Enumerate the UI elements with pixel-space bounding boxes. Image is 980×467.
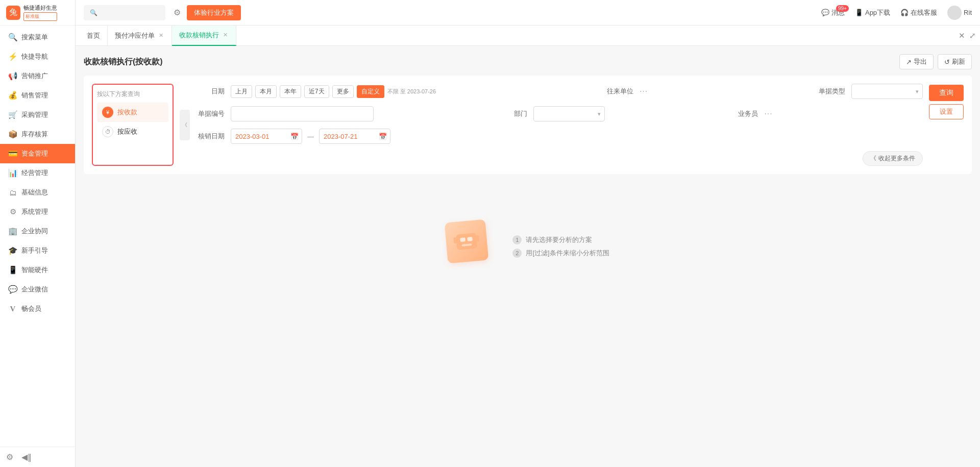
filter-option-by-receivable[interactable]: ⏱ 按应收 bbox=[97, 122, 168, 141]
refresh-icon: ↺ bbox=[944, 58, 950, 66]
sidebar-item-basic-label: 基础信息 bbox=[21, 188, 48, 197]
sidebar-logo: 兔 畅捷通好生意 标准版 bbox=[0, 0, 75, 26]
doc-type-select[interactable] bbox=[851, 84, 923, 99]
tab-close-all-icon[interactable]: ✕ bbox=[959, 31, 965, 40]
page-title-actions: ↗ 导出 ↺ 刷新 bbox=[899, 54, 972, 69]
tab-prepay-close-icon[interactable]: ✕ bbox=[158, 31, 164, 40]
finance-nav-icon: 💳 bbox=[8, 149, 17, 158]
search-nav-icon: 🔍 bbox=[8, 33, 17, 42]
export-label: 导出 bbox=[914, 57, 927, 66]
refresh-button[interactable]: ↺ 刷新 bbox=[938, 54, 972, 69]
svg-rect-0 bbox=[456, 233, 477, 250]
message-icon: 💬 bbox=[821, 9, 829, 16]
last-month-btn[interactable]: 上月 bbox=[231, 85, 252, 98]
sidebar-item-basic[interactable]: 🗂 基础信息 bbox=[0, 183, 75, 202]
app-download-button[interactable]: 📱 App下载 bbox=[855, 8, 890, 17]
settings-bottom-icon[interactable]: ⚙ bbox=[6, 452, 13, 462]
tab-prepay-label: 预付冲应付单 bbox=[115, 31, 155, 40]
filter-row-2: 单据编号 部门 业务员 ··· bbox=[196, 106, 923, 121]
sidebar-item-newbie[interactable]: 🎓 新手引导 bbox=[0, 241, 75, 260]
dept-label: 部门 bbox=[499, 109, 527, 118]
date-range-dash: — bbox=[307, 133, 314, 140]
online-service-button[interactable]: 🎧 在线客服 bbox=[900, 8, 937, 17]
topbar-gear-icon[interactable]: ⚙ bbox=[174, 8, 181, 17]
sales-nav-icon: 💰 bbox=[8, 91, 17, 100]
this-month-btn[interactable]: 本月 bbox=[255, 85, 277, 98]
collapse-sidebar-icon[interactable]: ◀‖ bbox=[21, 452, 32, 462]
sidebar-item-enterprise[interactable]: 🏢 企业协同 bbox=[0, 222, 75, 241]
dept-select[interactable] bbox=[533, 106, 605, 121]
tab-home[interactable]: 首页 bbox=[80, 26, 108, 46]
tab-prepay[interactable]: 预付冲应付单 ✕ bbox=[108, 26, 172, 46]
online-service-label: 在线客服 bbox=[911, 8, 937, 17]
sidebar-item-hardware[interactable]: 📱 智能硬件 bbox=[0, 260, 75, 280]
sidebar-item-sales[interactable]: 💰 销售管理 bbox=[0, 86, 75, 105]
empty-state: 1 请先选择要分析的方案 2 用[过滤]条件来缩小分析范围 bbox=[84, 180, 972, 313]
empty-robot-icon bbox=[445, 219, 489, 264]
tip-num-1: 1 bbox=[512, 235, 522, 244]
topbar: 🔍 ⚙ 体验行业方案 💬 消息 99+ 📱 App下载 🎧 在线客服 Rit bbox=[76, 0, 980, 26]
collapse-more-conditions-button[interactable]: 《 收起更多条件 bbox=[863, 151, 923, 166]
sidebar-item-system[interactable]: ⚙ 系统管理 bbox=[0, 202, 75, 222]
sidebar-item-search[interactable]: 🔍 搜索菜单 bbox=[0, 28, 75, 47]
sidebar-item-member-label: 畅会员 bbox=[21, 304, 41, 313]
headset-icon: 🎧 bbox=[900, 9, 909, 16]
sidebar-item-wechat[interactable]: 💬 企业微信 bbox=[0, 280, 75, 299]
collapse-filter-sidebar-button[interactable]: 《 bbox=[180, 110, 190, 140]
verify-date-end-cal-icon[interactable]: 📅 bbox=[376, 133, 390, 140]
verify-date-start-cal-icon[interactable]: 📅 bbox=[287, 133, 302, 140]
sidebar-item-member[interactable]: V 畅会员 bbox=[0, 299, 75, 318]
doc-no-input[interactable] bbox=[231, 106, 374, 121]
sidebar-item-quick-label: 快捷导航 bbox=[21, 52, 48, 61]
custom-date-btn[interactable]: 自定义 bbox=[357, 85, 384, 98]
page-content: 收款核销执行(按收款) ↗ 导出 ↺ 刷新 按以下方案查询 ¥ 按收款 bbox=[76, 46, 980, 467]
sidebar-item-inventory[interactable]: 📦 库存核算 bbox=[0, 125, 75, 144]
export-icon: ↗ bbox=[906, 58, 912, 66]
user-menu[interactable]: Rit bbox=[947, 6, 972, 20]
partner-ellipsis[interactable]: ··· bbox=[640, 87, 648, 96]
sidebar-item-finance[interactable]: 💳 资金管理 bbox=[0, 144, 75, 163]
staff-ellipsis[interactable]: ··· bbox=[764, 109, 772, 118]
more-date-btn[interactable]: 更多 bbox=[332, 85, 354, 98]
empty-tip-2-text: 用[过滤]条件来缩小分析范围 bbox=[526, 249, 609, 258]
sidebar-item-purchase[interactable]: 🛒 采购管理 bbox=[0, 105, 75, 125]
hardware-nav-icon: 📱 bbox=[8, 265, 17, 275]
empty-tips: 1 请先选择要分析的方案 2 用[过滤]条件来缩小分析范围 bbox=[512, 235, 609, 258]
date-unlimit-text: 不限 至 2023-07-26 bbox=[387, 88, 436, 95]
verify-date-label: 核销日期 bbox=[196, 132, 225, 141]
filter-panel: 按以下方案查询 ¥ 按收款 ⏱ 按应收 《 bbox=[84, 76, 972, 174]
tab-receivable-close-icon[interactable]: ✕ bbox=[222, 31, 229, 39]
last-7days-btn[interactable]: 近7天 bbox=[304, 85, 329, 98]
user-name: Rit bbox=[964, 9, 972, 16]
topbar-search-box[interactable]: 🔍 bbox=[84, 5, 165, 20]
solution-button[interactable]: 体验行业方案 bbox=[187, 5, 241, 20]
message-button[interactable]: 💬 消息 99+ bbox=[821, 8, 845, 17]
verify-date-start-input[interactable] bbox=[231, 131, 287, 142]
date-quick-buttons: 上月 本月 本年 近7天 更多 自定义 不限 至 2023-07-26 bbox=[231, 85, 436, 98]
sidebar-item-operation-label: 经营管理 bbox=[21, 168, 48, 178]
tab-receivable[interactable]: 收款核销执行 ✕ bbox=[172, 26, 236, 46]
query-button[interactable]: 查询 bbox=[929, 85, 964, 101]
operation-nav-icon: 📊 bbox=[8, 168, 17, 178]
sidebar-item-newbie-label: 新手引导 bbox=[21, 246, 48, 255]
tab-expand-icon[interactable]: ⤢ bbox=[969, 31, 976, 40]
member-nav-icon: V bbox=[8, 305, 17, 313]
sidebar-item-quick[interactable]: ⚡ 快捷导航 bbox=[0, 47, 75, 66]
date-label: 日期 bbox=[196, 87, 225, 96]
doc-type-label: 单据类型 bbox=[817, 87, 845, 96]
sidebar-item-enterprise-label: 企业协同 bbox=[21, 227, 48, 236]
filter-sidebar: 按以下方案查询 ¥ 按收款 ⏱ 按应收 bbox=[92, 84, 174, 166]
verify-date-range: 📅 — 📅 bbox=[231, 129, 390, 144]
quick-nav-icon: ⚡ bbox=[8, 52, 17, 61]
this-year-btn[interactable]: 本年 bbox=[280, 85, 301, 98]
verify-date-end-input[interactable] bbox=[320, 131, 376, 142]
sidebar-item-operation[interactable]: 📊 经营管理 bbox=[0, 163, 75, 183]
app-edition: 标准版 bbox=[23, 12, 57, 21]
tab-bar: 首页 预付冲应付单 ✕ 收款核销执行 ✕ ✕ ⤢ bbox=[76, 26, 980, 46]
filter-row-3: 核销日期 📅 — 📅 bbox=[196, 129, 923, 144]
sidebar-item-finance-label: 资金管理 bbox=[21, 149, 48, 158]
export-button[interactable]: ↗ 导出 bbox=[899, 54, 934, 69]
filter-option-by-receipt[interactable]: ¥ 按收款 bbox=[97, 103, 168, 122]
settings-button[interactable]: 设置 bbox=[929, 104, 964, 119]
sidebar-item-marketing[interactable]: 📢 营销推广 bbox=[0, 66, 75, 86]
